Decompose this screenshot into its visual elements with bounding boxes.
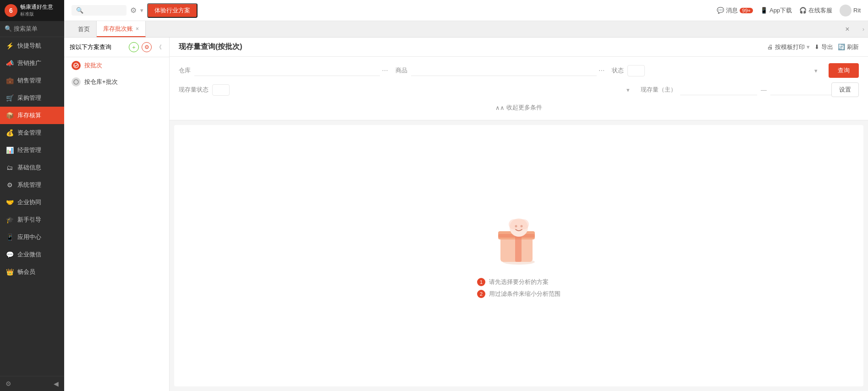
export-btn[interactable]: ⬇ 导出 [814, 43, 833, 51]
tabbar: 首页 库存批次账 × × › [64, 21, 868, 38]
warehouse-input[interactable] [194, 65, 380, 76]
sidebar-item-marketing[interactable]: 📣 营销推广 [0, 54, 64, 72]
sidebar-item-system[interactable]: ⚙ 系统管理 [0, 176, 64, 194]
headset-icon: 🎧 [799, 7, 807, 14]
left-panel-collapse-btn[interactable]: 《 [154, 43, 164, 52]
tip1-text: 请先选择要分析的方案 [489, 278, 549, 286]
sidebar-item-label: 库存核算 [17, 111, 41, 119]
stock-qty-dash: — [761, 87, 767, 93]
refresh-icon: 🔄 [838, 43, 845, 50]
topbar-search-icon: 🔍 [76, 7, 83, 14]
plan-item-warehouse-batch[interactable]: 按仓库+批次 [64, 74, 169, 90]
svg-point-1 [74, 80, 78, 84]
username: Rit [853, 7, 861, 14]
sidebar-item-label: 系统管理 [17, 181, 41, 189]
content-area: 按以下方案查询 ＋ ⚙ 《 按批次 [64, 38, 868, 391]
svg-rect-10 [509, 219, 529, 229]
sidebar-item-label: 企业微信 [17, 250, 41, 259]
search-menu[interactable]: 🔍 搜索菜单 [0, 21, 64, 37]
product-dots-btn[interactable]: ··· [599, 66, 604, 75]
sidebar-item-sales[interactable]: 💼 销售管理 [0, 72, 64, 89]
warehouse-dots-btn[interactable]: ··· [382, 66, 388, 75]
sidebar-item-app-center[interactable]: 📱 应用中心 [0, 228, 64, 246]
print-label: 按模板打印 [775, 43, 805, 51]
topbar-dropdown-icon[interactable]: ▾ [140, 7, 143, 14]
sidebar-item-enterprise[interactable]: 🤝 企业协同 [0, 194, 64, 211]
sidebar-item-member[interactable]: 👑 畅会员 [0, 263, 64, 281]
status-select[interactable] [627, 65, 645, 76]
finance-icon: 💰 [5, 129, 14, 137]
stock-status-select-wrap [212, 84, 633, 96]
chevron-up-icon: ∧∧ [495, 104, 505, 111]
left-panel: 按以下方案查询 ＋ ⚙ 《 按批次 [64, 38, 170, 391]
filter-status: 状态 [612, 65, 821, 76]
user-info[interactable]: Rit [840, 5, 861, 16]
messages-label: 消息 [726, 6, 738, 15]
empty-illustration [491, 214, 546, 269]
filter-row-1: 仓库 ··· 商品 ··· 状态 [179, 63, 859, 78]
filter-stock-qty: 现存量（主） — [641, 84, 824, 95]
filter-settings-btn[interactable]: 设置 [831, 82, 859, 97]
refresh-btn[interactable]: 🔄 刷新 [838, 43, 859, 51]
app-center-icon: 📱 [5, 233, 14, 241]
panel-close-btn[interactable]: × [838, 21, 857, 37]
sidebar-toggle-icon[interactable]: ◀ [54, 380, 59, 387]
sidebar-item-basic[interactable]: 🗂 基础信息 [0, 159, 64, 176]
sidebar-item-label: 经营管理 [17, 146, 41, 154]
tip1-number: 1 [477, 278, 485, 286]
status-select-wrap [627, 65, 821, 76]
print-btn[interactable]: 🖨 按模板打印 ▾ [767, 43, 810, 51]
settings-footer-icon[interactable]: ⚙ [5, 380, 11, 387]
plan-warehouse-icon [71, 77, 81, 87]
stock-qty-label: 现存量（主） [641, 86, 676, 94]
collapse-more-btn[interactable]: ∧∧ 收起更多条件 [179, 102, 859, 114]
stock-status-label: 现存量状态 [179, 86, 209, 94]
tab-close-icon[interactable]: × [136, 26, 139, 32]
sidebar-item-purchase[interactable]: 🛒 采购管理 [0, 89, 64, 107]
stock-status-select[interactable] [212, 84, 230, 96]
tab-batch-label: 库存批次账 [103, 25, 133, 33]
weixin-icon: 💬 [5, 250, 14, 259]
experience-btn[interactable]: 体验行业方案 [147, 3, 198, 18]
topbar-search[interactable]: 🔍 [71, 5, 126, 16]
operations-icon: 📊 [5, 146, 14, 154]
sidebar-item-quick-nav[interactable]: ⚡ 快捷导航 [0, 37, 64, 54]
sidebar-item-label: 新手引导 [17, 216, 41, 224]
sidebar-nav: ⚡ 快捷导航 📣 营销推广 💼 销售管理 🛒 采购管理 📦 库存核算 💰 资金管… [0, 37, 64, 376]
messages-item[interactable]: 💬 消息 99+ [717, 6, 753, 15]
sidebar-item-guide[interactable]: 🎓 新手引导 [0, 211, 64, 228]
page-actions: 🖨 按模板打印 ▾ ⬇ 导出 🔄 刷新 [767, 43, 859, 51]
topbar-left: 🔍 ⚙ ▾ 体验行业方案 [71, 3, 711, 18]
print-dropdown-icon[interactable]: ▾ [807, 43, 810, 50]
message-icon: 💬 [717, 7, 724, 14]
plan-item-batch[interactable]: 按批次 [64, 57, 169, 74]
sidebar-item-inventory[interactable]: 📦 库存核算 [0, 107, 64, 124]
enterprise-icon: 🤝 [5, 198, 14, 206]
query-btn[interactable]: 查询 [829, 63, 859, 78]
basic-icon: 🗂 [5, 163, 14, 172]
tip2-text: 用过滤条件来缩小分析范围 [489, 290, 560, 298]
product-input[interactable] [411, 65, 597, 76]
plan-settings-btn[interactable]: ⚙ [142, 42, 152, 52]
filter-product: 商品 ··· [396, 65, 605, 76]
online-service-label: 在线客服 [808, 6, 832, 15]
guide-icon: 🎓 [5, 216, 14, 224]
tab-more-icon[interactable]: › [859, 26, 868, 33]
app-download-label: App下载 [769, 6, 792, 15]
left-panel-title: 按以下方案查询 [70, 43, 111, 51]
tab-batch-account[interactable]: 库存批次账 × [97, 21, 146, 37]
search-menu-label: 搜索菜单 [14, 25, 38, 33]
tab-home[interactable]: 首页 [71, 21, 97, 37]
online-service-item[interactable]: 🎧 在线客服 [799, 6, 832, 15]
app-download-item[interactable]: 📱 App下载 [760, 6, 792, 15]
sidebar-item-weixin[interactable]: 💬 企业微信 [0, 246, 64, 263]
sidebar-footer: ⚙ ◀ [0, 376, 64, 391]
sidebar-item-finance[interactable]: 💰 资金管理 [0, 124, 64, 141]
add-plan-btn[interactable]: ＋ [129, 42, 139, 52]
empty-tip-1: 1 请先选择要分析的方案 [477, 278, 560, 286]
topbar-settings-icon[interactable]: ⚙ [130, 6, 137, 15]
warehouse-label: 仓库 [179, 66, 191, 75]
sidebar-item-operations[interactable]: 📊 经营管理 [0, 141, 64, 159]
tab-home-label: 首页 [78, 25, 90, 33]
stock-qty-min[interactable] [680, 84, 757, 95]
